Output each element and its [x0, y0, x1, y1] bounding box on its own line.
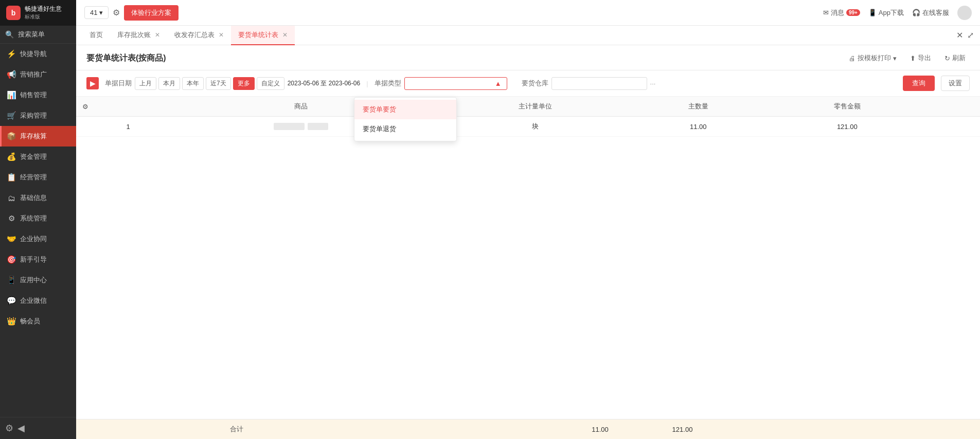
- sidebar-label-member: 畅会员: [20, 317, 40, 326]
- page-actions: 🖨 按模板打印 ▾ ⬆ 导出 ↻ 刷新: [845, 51, 970, 65]
- date-filter-group: 单据日期 上月 本月 本年 近7天 更多 自定义 2023-05-06 至 20…: [105, 77, 360, 90]
- messages-btn[interactable]: ✉ 消息 99+: [823, 8, 860, 17]
- sidebar-label-wechat: 企业微信: [20, 296, 47, 305]
- warehouse-input[interactable]: [551, 77, 647, 90]
- sidebar-item-inventory[interactable]: 📦 库存核算: [0, 126, 76, 147]
- date-btn-7days[interactable]: 近7天: [206, 77, 231, 90]
- topbar-settings-icon[interactable]: ⚙: [113, 8, 120, 17]
- col-header-unit: 主计量单位: [440, 97, 631, 117]
- tab-order-stats[interactable]: 要货单统计表 ✕: [231, 26, 295, 45]
- tab-maximize-btn[interactable]: ⤢: [967, 30, 974, 40]
- col-header-qty: 主数量: [631, 97, 765, 117]
- messages-badge: 99+: [846, 9, 860, 16]
- marketing-icon: 📢: [7, 70, 16, 79]
- sidebar-item-marketing[interactable]: 📢 营销推广: [0, 64, 76, 85]
- tab-home-label: 首页: [90, 30, 103, 40]
- tab-inventory-batch-label: 库存批次账: [117, 30, 151, 40]
- app-download-btn[interactable]: 📱 App下载: [868, 8, 904, 17]
- cell-qty: 11.00: [631, 117, 765, 137]
- logo-text-area: 畅捷通好生意 标准版: [25, 5, 62, 21]
- refresh-label: 刷新: [952, 53, 966, 63]
- tab-home[interactable]: 首页: [82, 26, 110, 45]
- filter-expand-btn[interactable]: ▶: [86, 77, 99, 89]
- app-download-label: App下载: [879, 8, 904, 17]
- store-selector[interactable]: 41 ▾: [84, 6, 109, 19]
- date-label: 单据日期: [105, 79, 132, 88]
- sidebar-item-purchase[interactable]: 🛒 采购管理: [0, 105, 76, 126]
- member-icon: 👑: [7, 317, 16, 326]
- tab-inventory-batch-close[interactable]: ✕: [155, 31, 160, 39]
- warehouse-more-icon[interactable]: ···: [650, 80, 656, 87]
- cell-settings: [76, 117, 95, 137]
- online-service-btn[interactable]: 🎧 在线客服: [912, 8, 949, 17]
- sidebar-item-member[interactable]: 👑 畅会员: [0, 311, 76, 332]
- export-btn[interactable]: ⬆ 导出: [906, 51, 935, 65]
- user-avatar[interactable]: [957, 6, 972, 20]
- wechat-icon: 💬: [7, 296, 16, 305]
- tab-inventory-batch[interactable]: 库存批次账 ✕: [110, 26, 167, 45]
- dropdown-label-order: 要货单要货: [363, 105, 396, 113]
- product-placeholder-2: [308, 123, 328, 130]
- tab-receive-summary-close[interactable]: ✕: [219, 31, 224, 39]
- sidebar-item-sales[interactable]: 📊 销售管理: [0, 85, 76, 105]
- footer-amount: 121.00: [672, 426, 693, 433]
- sidebar-label-guide: 新手引导: [20, 255, 47, 264]
- col-header-seq: [95, 97, 162, 117]
- sidebar-item-operations[interactable]: 📋 经营管理: [0, 167, 76, 188]
- date-btn-last-month[interactable]: 上月: [135, 77, 156, 90]
- sidebar-label-operations: 经营管理: [20, 173, 47, 182]
- settings-bottom-icon[interactable]: ⚙: [5, 423, 13, 434]
- col-header-extra: [929, 97, 980, 117]
- sales-icon: 📊: [7, 90, 16, 100]
- date-btn-custom[interactable]: 自定义: [257, 77, 284, 90]
- collapse-sidebar-btn[interactable]: ◀: [17, 423, 25, 434]
- export-icon: ⬆: [910, 54, 916, 62]
- app-subtitle: 标准版: [25, 13, 62, 21]
- tab-order-stats-close[interactable]: ✕: [282, 31, 288, 39]
- search-label: 搜索菜单: [18, 30, 45, 39]
- warehouse-filter-group: 要货仓库 ···: [522, 77, 656, 90]
- type-dropdown: 要货单要货 要货单退货: [354, 97, 457, 141]
- sidebar-item-wechat[interactable]: 💬 企业微信: [0, 290, 76, 311]
- dropdown-item-order[interactable]: 要货单要货: [354, 100, 456, 119]
- topbar: 41 ▾ ⚙ 体验行业方案 ✉ 消息 99+ 📱 App下载 🎧 在线客服: [76, 0, 980, 26]
- col-header-settings[interactable]: ⚙: [76, 97, 95, 117]
- sidebar-item-system[interactable]: ⚙ 系统管理: [0, 208, 76, 229]
- cell-amount: 121.00: [766, 117, 929, 137]
- appstore-icon: 📱: [7, 276, 16, 285]
- date-btn-this-year[interactable]: 本年: [182, 77, 204, 90]
- query-btn[interactable]: 查询: [903, 76, 935, 91]
- store-dropdown-icon: ▾: [99, 9, 103, 16]
- export-label: 导出: [918, 53, 931, 63]
- footer-label: 合计: [185, 425, 288, 434]
- sidebar-item-finance[interactable]: 💰 资金管理: [0, 147, 76, 167]
- type-filter-group: 单据类型 ▲: [375, 77, 507, 90]
- tab-close-all-btn[interactable]: ✕: [956, 30, 963, 40]
- phone-icon: 📱: [868, 9, 877, 16]
- refresh-btn[interactable]: ↻ 刷新: [940, 51, 970, 65]
- type-label: 单据类型: [375, 79, 401, 88]
- sidebar-item-guide[interactable]: 🎯 新手引导: [0, 249, 76, 270]
- guide-icon: 🎯: [7, 255, 16, 264]
- sidebar-search[interactable]: 🔍 搜索菜单: [0, 26, 76, 44]
- type-select[interactable]: ▲: [404, 77, 507, 90]
- online-service-label: 在线客服: [922, 8, 949, 17]
- sidebar-item-appstore[interactable]: 📱 应用中心: [0, 270, 76, 290]
- refresh-icon: ↻: [945, 54, 950, 62]
- tab-receive-summary[interactable]: 收发存汇总表 ✕: [167, 26, 231, 45]
- sidebar-item-quick[interactable]: ⚡ 快捷导航: [0, 44, 76, 64]
- sidebar-bottom: ⚙ ◀: [0, 417, 76, 439]
- date-btn-more[interactable]: 更多: [233, 77, 255, 90]
- table-settings-btn[interactable]: 设置: [941, 76, 970, 91]
- app-title: 畅捷通好生意: [25, 5, 62, 13]
- date-quick-btns: 上月 本月 本年 近7天 更多 自定义: [135, 77, 284, 90]
- table-row: 1 块 11.00 121.00: [76, 117, 980, 137]
- sidebar-label-marketing: 营销推广: [20, 70, 47, 79]
- sidebar-item-basic[interactable]: 🗂 基础信息: [0, 188, 76, 208]
- sidebar-item-enterprise[interactable]: 🤝 企业协同: [0, 229, 76, 249]
- print-btn[interactable]: 🖨 按模板打印 ▾: [845, 51, 901, 65]
- date-btn-this-month[interactable]: 本月: [158, 77, 180, 90]
- trial-btn[interactable]: 体验行业方案: [124, 5, 179, 21]
- dropdown-item-return[interactable]: 要货单退货: [354, 119, 456, 139]
- store-number: 41: [90, 9, 97, 16]
